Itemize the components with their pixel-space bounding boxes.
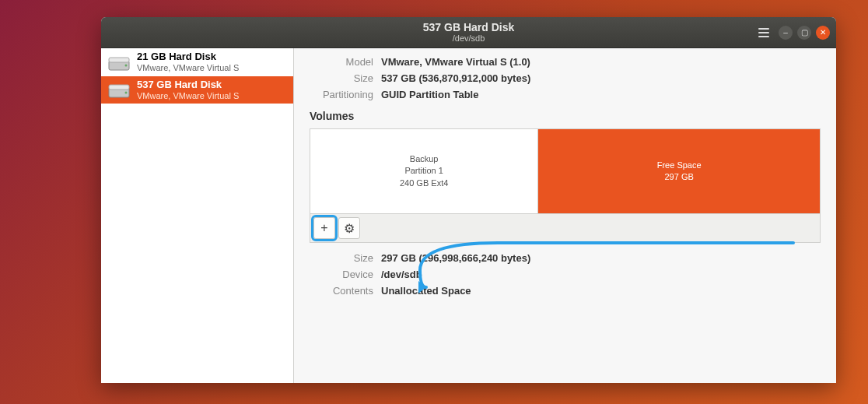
sel-contents-value: Unallocated Space [381,285,471,297]
sel-size-label: Size [310,252,373,264]
svg-point-2 [125,64,128,66]
sel-device-label: Device [310,269,373,280]
maximize-button[interactable]: ▢ [797,26,811,40]
disks-window: 537 GB Hard Disk /dev/sdb – ▢ ✕ 21 GB Ha… [101,17,836,383]
titlebar: 537 GB Hard Disk /dev/sdb – ▢ ✕ [101,17,836,48]
disk-item-537gb[interactable]: 537 GB Hard Disk VMware, VMware Virtual … [101,76,293,104]
hard-disk-icon [107,80,131,99]
add-partition-button[interactable]: + [313,217,335,239]
volume-toolbar: + ⚙ [310,214,821,243]
disk-item-21gb[interactable]: 21 GB Hard Disk VMware, VMware Virtual S [101,48,293,76]
svg-point-5 [125,92,128,94]
sel-device-value: /dev/sdb [381,269,422,280]
minimize-button[interactable]: – [779,26,793,40]
disk-name: 21 GB Hard Disk [137,51,239,63]
vol-line3: 240 GB Ext4 [400,177,448,189]
svg-rect-1 [109,58,129,62]
vol-line2: Partition 1 [404,165,443,177]
disk-list: 21 GB Hard Disk VMware, VMware Virtual S… [101,48,294,383]
sel-size-value: 297 GB (296,998,666,240 bytes) [381,252,530,264]
volumes-heading: Volumes [310,110,821,122]
sel-contents-label: Contents [310,285,373,297]
model-value: VMware, VMware Virtual S (1.0) [381,56,530,68]
vol-name: Backup [410,153,439,165]
window-title: 537 GB Hard Disk [423,22,515,33]
app-menu-button[interactable] [754,23,774,43]
volume-segment-backup[interactable]: Backup Partition 1 240 GB Ext4 [310,129,538,213]
partitioning-label: Partitioning [310,89,373,100]
volume-bar: Backup Partition 1 240 GB Ext4 Free Spac… [310,128,821,214]
model-label: Model [310,56,373,68]
close-button[interactable]: ✕ [816,26,830,40]
vol-name: Free Space [657,160,702,171]
partition-options-button[interactable]: ⚙ [338,217,360,239]
disk-sub: VMware, VMware Virtual S [137,63,239,73]
plus-icon: + [320,221,327,235]
disk-sub: VMware, VMware Virtual S [137,91,239,101]
window-subtitle: /dev/sdb [423,33,515,43]
size-value: 537 GB (536,870,912,000 bytes) [381,72,530,84]
volume-segment-free[interactable]: Free Space 297 GB [538,129,820,213]
svg-rect-4 [109,85,129,90]
main-panel: Model VMware, VMware Virtual S (1.0) Siz… [294,48,836,383]
vol-line2: 297 GB [664,171,693,183]
disk-name: 537 GB Hard Disk [137,79,239,91]
hard-disk-icon [107,53,131,72]
partitioning-value: GUID Partition Table [381,89,478,100]
gear-icon: ⚙ [344,221,355,236]
size-label: Size [310,72,373,84]
